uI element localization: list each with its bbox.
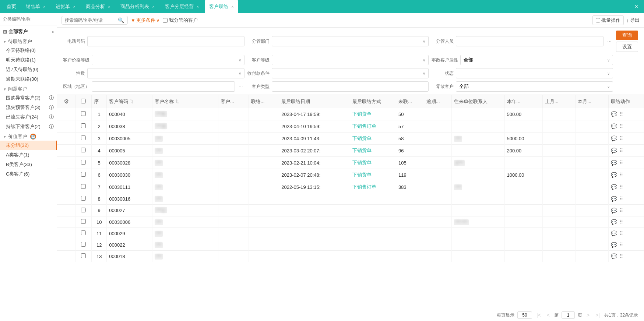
search-submit-icon[interactable]: 🔍	[118, 17, 124, 23]
more-action-icon[interactable]: ⠿	[619, 208, 623, 214]
sidebar-item-lost[interactable]: 已流失客户(24) ⓘ	[0, 112, 57, 122]
row-last-type[interactable]	[350, 216, 396, 228]
contact-action-icon[interactable]: 💬	[611, 123, 617, 129]
more-action-icon[interactable]: ⠿	[619, 172, 623, 178]
row-checkbox-8[interactable]	[81, 208, 86, 212]
more-action-icon[interactable]: ⠿	[619, 123, 623, 129]
sidebar-item-declining[interactable]: 持续下滑客户(2) ⓘ	[0, 122, 57, 131]
close-tab-purchase[interactable]: ×	[73, 4, 75, 9]
payment-select[interactable]: ∨	[272, 68, 429, 78]
search-input[interactable]	[65, 18, 116, 23]
page-number-input[interactable]	[562, 311, 575, 319]
contact-action-icon[interactable]: 💬	[611, 208, 617, 214]
sidebar-item-overdue[interactable]: 逾期未联络(30)	[0, 74, 57, 84]
more-action-icon[interactable]: ⠿	[619, 253, 623, 259]
query-button[interactable]: 查询	[616, 31, 638, 40]
close-tab-sales[interactable]: ×	[43, 4, 45, 9]
region-dots[interactable]: ···	[237, 84, 244, 89]
row-last-type[interactable]: 下销货单	[350, 145, 396, 157]
sidebar-item-type-b[interactable]: B类客户(33)	[0, 160, 57, 169]
manager-select[interactable]	[456, 36, 603, 46]
row-last-type[interactable]: 下销货单	[350, 157, 396, 169]
first-page-button[interactable]: |<	[535, 311, 542, 319]
sidebar-item-type-c[interactable]: C类客户(6)	[0, 169, 57, 179]
row-last-type[interactable]	[350, 251, 396, 262]
row-checkbox-cell[interactable]	[75, 228, 92, 239]
price-level-select[interactable]: ∨	[92, 55, 244, 65]
sidebar-item-ungrouped[interactable]: 未分组(32)	[0, 141, 57, 150]
more-action-icon[interactable]: ⠿	[619, 148, 623, 154]
more-action-icon[interactable]: ⠿	[619, 111, 623, 117]
contact-action-icon[interactable]: 💬	[611, 160, 617, 166]
zero-customer-select[interactable]: 全部 ∨	[456, 81, 613, 92]
row-checkbox-cell[interactable]	[75, 169, 92, 181]
status-select[interactable]: ∨	[456, 68, 613, 78]
batch-op-button[interactable]: 批量操作	[592, 15, 624, 25]
row-checkbox-10[interactable]	[81, 230, 86, 235]
row-checkbox-1[interactable]	[81, 123, 86, 128]
page-size-value[interactable]: 50	[517, 311, 532, 319]
next-page-button[interactable]: >	[585, 311, 591, 319]
sidebar-item-today[interactable]: 今天待联络(0)	[0, 46, 57, 55]
row-checkbox-12[interactable]	[81, 253, 86, 258]
row-last-type[interactable]	[350, 228, 396, 239]
row-checkbox-5[interactable]	[81, 172, 86, 177]
row-checkbox-0[interactable]	[81, 111, 86, 116]
batch-checkbox[interactable]	[596, 18, 600, 22]
row-checkbox-2[interactable]	[81, 135, 86, 140]
contact-action-icon[interactable]: 💬	[611, 172, 617, 178]
category-search-input[interactable]	[3, 17, 57, 22]
more-action-icon[interactable]: ⠿	[619, 230, 623, 236]
row-checkbox-3[interactable]	[81, 148, 86, 152]
prev-page-button[interactable]: <	[545, 311, 551, 319]
row-last-type[interactable]: 下销货单	[350, 169, 396, 181]
window-close-button[interactable]: ×	[632, 3, 641, 10]
table-settings-icon[interactable]: ⚙	[64, 98, 69, 105]
row-checkbox-cell[interactable]	[75, 251, 92, 262]
nav-tab-customer-layer[interactable]: 客户分层经营 ×	[161, 0, 203, 13]
row-checkbox-4[interactable]	[81, 160, 86, 165]
reset-button[interactable]: 设置	[616, 42, 638, 52]
manager-dots[interactable]: ···	[606, 38, 613, 44]
row-last-type[interactable]: 下销售订单	[350, 120, 396, 133]
contact-action-icon[interactable]: 💬	[611, 196, 617, 202]
region-select[interactable]	[92, 81, 235, 92]
row-last-type[interactable]: 下销货单	[350, 108, 396, 120]
row-checkbox-cell[interactable]	[75, 157, 92, 169]
row-last-type[interactable]: 下销售订单	[350, 181, 396, 193]
row-last-type[interactable]	[350, 205, 396, 216]
last-page-button[interactable]: >|	[594, 311, 601, 319]
row-checkbox-cell[interactable]	[75, 133, 92, 145]
sidebar-item-type-a[interactable]: A类客户(1)	[0, 150, 57, 160]
sidebar-item-hoarding[interactable]: 囤购异常客户(2) ⓘ	[0, 93, 57, 103]
more-action-icon[interactable]: ⠿	[619, 242, 623, 248]
col-code[interactable]: 客户编码 ⇅	[107, 95, 152, 108]
row-checkbox-cell[interactable]	[75, 145, 92, 157]
my-customers-checkbox[interactable]	[163, 18, 168, 23]
col-name[interactable]: 客户名称 ⇅	[152, 95, 218, 108]
dept-select[interactable]: ∨	[272, 36, 429, 46]
contact-action-icon[interactable]: 💬	[611, 219, 617, 225]
sidebar-item-tomorrow[interactable]: 明天待联络(1)	[0, 55, 57, 65]
nav-home[interactable]: 首页	[3, 3, 20, 10]
row-checkbox-9[interactable]	[81, 219, 86, 224]
row-last-type[interactable]	[350, 239, 396, 251]
contact-action-icon[interactable]: 💬	[611, 253, 617, 259]
close-tab-customer-contact[interactable]: ×	[231, 4, 233, 9]
nav-tab-purchase[interactable]: 进货单 ×	[51, 0, 80, 13]
select-all-checkbox[interactable]	[81, 99, 86, 103]
my-customers-checkbox-area[interactable]: 我分管的客户	[163, 17, 198, 24]
row-checkbox-6[interactable]	[81, 184, 86, 189]
zero-attr-select[interactable]: 全部 ∨	[460, 55, 613, 65]
more-action-icon[interactable]: ⠿	[619, 196, 623, 202]
nav-tab-analysis[interactable]: 商品分析 ×	[81, 0, 115, 13]
row-checkbox-cell[interactable]	[75, 193, 92, 205]
contact-action-icon[interactable]: 💬	[611, 148, 617, 154]
close-tab-analysis-list[interactable]: ×	[152, 4, 154, 9]
row-last-type[interactable]	[350, 193, 396, 205]
contact-action-icon[interactable]: 💬	[611, 111, 617, 117]
close-tab-customer-layer[interactable]: ×	[197, 4, 199, 9]
customer-type-select[interactable]	[272, 81, 429, 92]
row-checkbox-cell[interactable]	[75, 239, 92, 251]
contact-action-icon[interactable]: 💬	[611, 230, 617, 236]
